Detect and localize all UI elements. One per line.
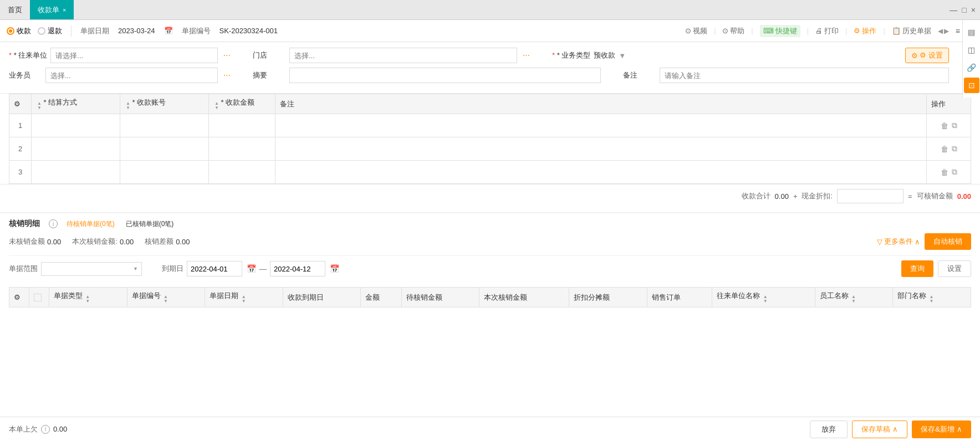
cell-method-3[interactable] [32, 161, 120, 184]
note-input[interactable] [660, 68, 949, 83]
nav-next[interactable]: ▶ [944, 27, 949, 35]
save-new-button[interactable]: 保存&新增 ∧ [912, 421, 971, 438]
copy-icon-1[interactable]: ⧉ [952, 121, 957, 130]
cell-amount-2[interactable] [209, 137, 275, 161]
discount-input[interactable] [837, 189, 904, 203]
staff-field: 业务员 ··· [9, 68, 231, 83]
sidebar-icon-1[interactable]: ▤ [964, 24, 979, 40]
col-checkbox-header[interactable] [29, 288, 49, 307]
cell-method-2[interactable] [32, 137, 120, 161]
copy-icon-2[interactable]: ⧉ [952, 144, 957, 153]
store-input[interactable] [289, 48, 517, 63]
cell-method-1[interactable] [32, 114, 120, 137]
col-amount-label: * 收款金额 [221, 98, 255, 106]
radio-refund-label: 退款 [48, 26, 62, 36]
abandon-button[interactable]: 放弃 [810, 421, 848, 438]
col-order-label: 销售订单 [652, 293, 681, 301]
col-number-label: 单据编号 [132, 291, 161, 300]
delete-icon-3[interactable]: 🗑 [941, 168, 948, 177]
select-all-checkbox[interactable] [34, 294, 42, 301]
query-button[interactable]: 查询 [901, 260, 933, 277]
sidebar-icon-4[interactable]: ⊡ [964, 78, 979, 93]
col-order-header: 销售订单 [647, 288, 712, 307]
info-icon[interactable]: i [49, 219, 58, 228]
table-section: ⚙ ▲▼ * 结算方式 ▲▼ * 收款账号 ▲▼ * 收款金额 [0, 94, 980, 184]
cal-end-icon[interactable]: 📅 [330, 264, 339, 273]
copy-icon-3[interactable]: ⧉ [952, 167, 957, 177]
cell-note-3[interactable] [275, 161, 927, 184]
col-this2-header: 本次核销金额 [479, 288, 569, 307]
cell-account-3[interactable] [120, 161, 209, 184]
radio-receipt[interactable]: 收款 [7, 26, 31, 36]
maximize-button[interactable]: □ [962, 6, 966, 14]
range-label: 单据范围 [9, 264, 38, 274]
radio-refund[interactable]: 退款 [38, 26, 62, 36]
col-date-label: 单据日期 [210, 291, 238, 300]
due-start-input[interactable] [187, 261, 242, 276]
store-more-btn[interactable]: ··· [523, 50, 530, 60]
operation-action[interactable]: ⚙ 操作 [854, 26, 876, 36]
cal-start-icon[interactable]: 📅 [247, 264, 256, 273]
delete-icon-2[interactable]: 🗑 [941, 145, 948, 153]
partner-more-btn[interactable]: ··· [223, 50, 231, 60]
list-view-btn[interactable]: ≡ [956, 27, 960, 35]
help-action[interactable]: ⊙ 帮助 [722, 26, 744, 36]
cell-note-2[interactable] [275, 137, 927, 161]
done-tab-link[interactable]: 已核销单据(0笔) [126, 219, 174, 229]
staff-input[interactable] [45, 68, 218, 83]
video-action[interactable]: ⊙ 视频 [685, 26, 707, 36]
delete-icon-1[interactable]: 🗑 [941, 121, 948, 130]
shortcut-action[interactable]: ⌨ 快捷键 [760, 25, 800, 37]
settings-button[interactable]: ⚙ ⚙ 设置 [905, 48, 949, 63]
partner-input[interactable] [50, 48, 217, 63]
range-select[interactable] [42, 263, 141, 275]
auto-verify-button[interactable]: 自动核销 [925, 233, 971, 250]
col-type-label: 单据类型 [54, 291, 83, 300]
toolbar-right: ⊙ 视频 | ⊙ 帮助 | ⌨ 快捷键 | 🖨 打印 | ⚙ 操作 | 📋 历史… [685, 25, 973, 37]
more-conditions-btn[interactable]: ▽ 更多条件 ∧ [877, 237, 920, 247]
bottom-info-icon[interactable]: i [41, 425, 50, 434]
form-section: * 往来单位 ··· 门店 ··· * 业务类型 预收款 ▼ ⚙ ⚙ 设置 [0, 42, 980, 94]
col-dept-header: 部门名称 ▲▼ [893, 288, 971, 307]
bottom-table: ⚙ 单据类型 ▲▼ 单据编号 ▲▼ 单据日期 ▲▼ [9, 287, 971, 307]
date-value[interactable]: 2023-03-24 [118, 27, 155, 35]
range-select-wrap[interactable] [41, 262, 142, 276]
radio-receipt-circle [7, 27, 14, 35]
col-number-header: 单据编号 ▲▼ [127, 288, 205, 307]
cell-account-2[interactable] [120, 137, 209, 161]
col-note-label: 备注 [280, 100, 294, 108]
nav-prev[interactable]: ◀ [938, 27, 943, 35]
cell-amount-1[interactable] [209, 114, 275, 137]
date-label: 单据日期 [80, 26, 109, 36]
operation-label: 操作 [862, 26, 876, 36]
due-end-input[interactable] [270, 261, 325, 276]
business-type-arrow[interactable]: ▼ [619, 52, 626, 60]
verify-settings-label: 设置 [947, 264, 962, 273]
tab-home[interactable]: 首页 [0, 0, 30, 19]
partner-label: * 往来单位 [9, 50, 47, 60]
col-settings-header[interactable]: ⚙ [9, 94, 32, 114]
history-label: 历史单据 [902, 26, 931, 36]
verify-stats: 未核销金额 0.00 本次核销金额: 0.00 核销差额 0.00 ▽ 更多条件… [9, 233, 971, 250]
col-settings-2-header[interactable]: ⚙ [9, 288, 29, 307]
print-action[interactable]: 🖨 打印 [815, 26, 839, 36]
sidebar-icon-2[interactable]: ◫ [964, 42, 979, 58]
calendar-icon[interactable]: 📅 [164, 27, 173, 35]
summary-input[interactable] [289, 68, 601, 83]
cell-account-1[interactable] [120, 114, 209, 137]
close-button[interactable]: × [971, 6, 976, 14]
pending-tab-link[interactable]: 待核销单据(0笔) [67, 219, 115, 229]
verify-section: 核销明细 i 待核销单据(0笔) 已核销单据(0笔) 未核销金额 0.00 本次… [0, 212, 980, 313]
verify-settings-button[interactable]: 设置 [938, 260, 971, 277]
settings-icon: ⚙ [911, 52, 918, 60]
sidebar-icon-3[interactable]: 🔗 [964, 60, 979, 75]
cell-note-1[interactable] [275, 114, 927, 137]
tab-receipt[interactable]: 收款单 × [30, 0, 74, 19]
tab-close-icon[interactable]: × [63, 7, 66, 13]
save-draft-button[interactable]: 保存草稿 ∧ [852, 421, 907, 438]
staff-more-btn[interactable]: ··· [223, 70, 231, 80]
minimize-button[interactable]: — [950, 6, 957, 14]
history-action[interactable]: 📋 历史单据 [892, 26, 931, 36]
history-icon: 📋 [892, 27, 901, 35]
cell-amount-3[interactable] [209, 161, 275, 184]
